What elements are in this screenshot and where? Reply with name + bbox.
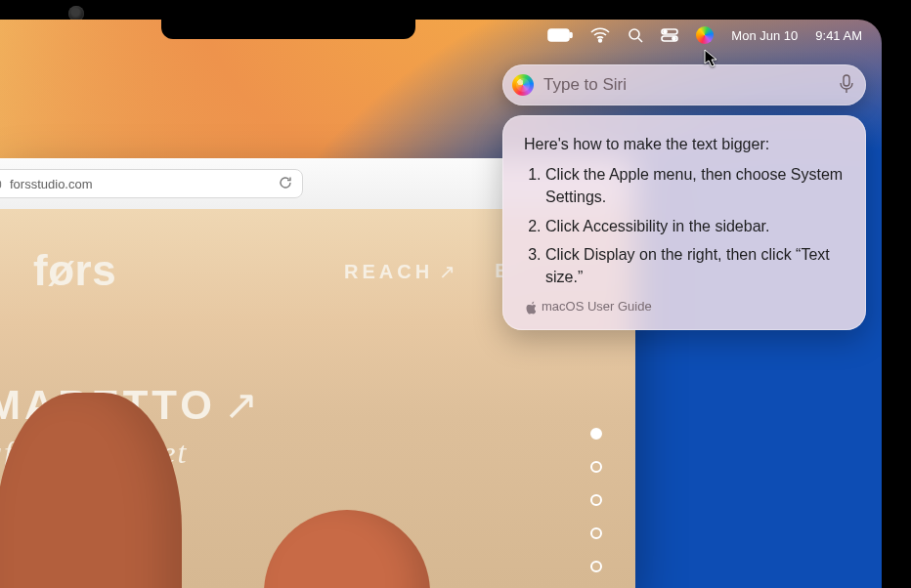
carousel-dot[interactable]: [590, 461, 602, 473]
lock-icon: [0, 176, 2, 191]
url-text: forsstudio.com: [10, 177, 93, 191]
siri-source-link[interactable]: macOS User Guide: [524, 298, 846, 316]
wifi-icon[interactable]: [590, 27, 610, 43]
microphone-icon[interactable]: [839, 74, 854, 97]
carousel-dots: [590, 428, 602, 572]
control-center-icon[interactable]: [661, 28, 678, 42]
pointer-cursor: [704, 49, 719, 72]
menu-bar: Mon Jun 10 9:41 AM: [0, 20, 882, 51]
carousel-dot[interactable]: [590, 428, 602, 440]
carousel-dot[interactable]: [590, 527, 602, 539]
siri-text-input[interactable]: [543, 75, 829, 95]
desktop: Mon Jun 10 9:41 AM Here's how to make th…: [0, 20, 882, 588]
siri-step: Click Accessibility in the sidebar.: [545, 215, 846, 237]
siri-step: Click Display on the right, then click “…: [545, 243, 846, 288]
site-nav: REACH B: [344, 260, 513, 283]
reload-icon[interactable]: [279, 176, 292, 192]
nav-link-reach[interactable]: REACH: [344, 260, 459, 283]
siri-step: Click the Apple menu, then choose System…: [545, 163, 846, 208]
siri-icon: [512, 74, 534, 96]
carousel-dot[interactable]: [590, 494, 602, 506]
product-image-cup: [264, 510, 430, 588]
svg-rect-8: [844, 75, 849, 86]
menubar-date[interactable]: Mon Jun 10: [731, 28, 798, 43]
svg-point-5: [664, 30, 667, 33]
battery-icon[interactable]: [547, 28, 573, 42]
site-logo[interactable]: førs: [33, 246, 116, 295]
spotlight-icon[interactable]: [628, 27, 643, 43]
address-bar[interactable]: forsstudio.com: [0, 169, 303, 198]
svg-point-2: [599, 39, 602, 42]
carousel-dot[interactable]: [590, 561, 602, 572]
svg-point-3: [629, 29, 639, 39]
siri-response-steps: Click the Apple menu, then choose System…: [524, 163, 846, 288]
svg-rect-1: [570, 33, 572, 38]
menubar-time[interactable]: 9:41 AM: [815, 28, 862, 43]
siri-menu-icon[interactable]: [696, 26, 714, 44]
svg-rect-0: [548, 29, 569, 41]
svg-rect-9: [0, 182, 1, 189]
siri-input-bar[interactable]: [502, 64, 866, 105]
siri-response-card: Here's how to make the text bigger: Clic…: [502, 115, 866, 330]
siri-response-title: Here's how to make the text bigger:: [524, 133, 846, 155]
svg-point-7: [672, 37, 675, 40]
